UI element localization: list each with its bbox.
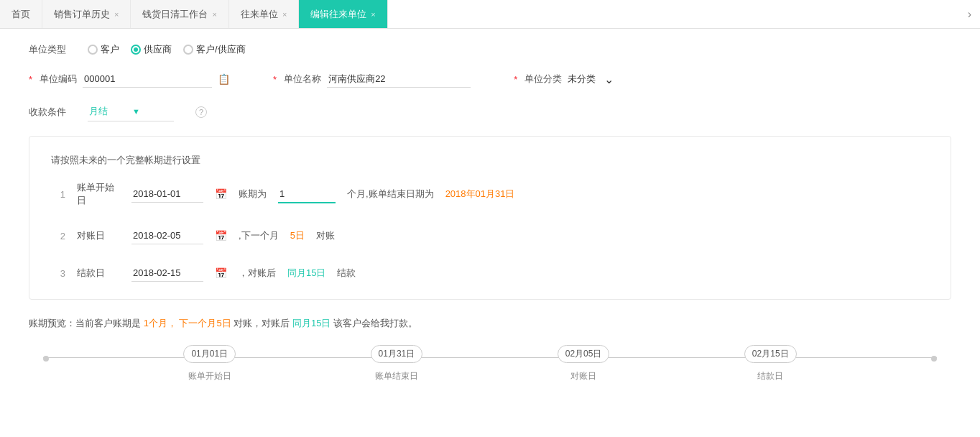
timeline-badge-4: 02月15日	[744, 345, 797, 363]
unit-type-row: 单位类型 客户 供应商 客户/供应商	[29, 43, 951, 56]
timeline-label-2: 账单结束日	[375, 370, 418, 382]
radio-supplier-circle	[131, 45, 141, 55]
unit-name-input[interactable]	[327, 70, 471, 88]
tab-partner-units[interactable]: 往来单位 ×	[229, 0, 299, 28]
unit-category-field: * 单位分类 未分类 ⌄	[514, 73, 614, 86]
tab-edit-partner-close[interactable]: ×	[371, 10, 375, 19]
preview-part3: 对账，对账后	[234, 318, 290, 328]
setting-row-1: 1 账单开始日 📅 账期为 个月,账单结束日期为 2018年01月31日	[51, 181, 929, 207]
payment-terms-value: 月结	[89, 105, 129, 118]
unit-code-field: * 单位编码 📋	[29, 70, 230, 88]
row-2-number: 2	[51, 231, 65, 242]
timeline-end-dot	[931, 356, 937, 362]
unit-type-label: 单位类型	[29, 43, 66, 56]
radio-customer[interactable]: 客户	[88, 43, 119, 56]
tab-sales-history-close[interactable]: ×	[114, 10, 119, 19]
unit-code-star: *	[29, 74, 32, 85]
timeline-badge-1: 01月01日	[183, 345, 236, 363]
row-3-number: 3	[51, 268, 65, 279]
tab-sales-history-label: 销售订单历史	[54, 8, 110, 21]
row-1-period-input[interactable]	[278, 185, 336, 203]
timeline-badge-3: 02月05日	[558, 345, 610, 363]
tab-cash-ledger-label: 钱货日清工作台	[142, 8, 208, 21]
unit-name-star: *	[273, 74, 277, 85]
tab-edit-partner-label: 编辑往来单位	[310, 8, 366, 21]
tab-cash-ledger[interactable]: 钱货日清工作台 ×	[131, 0, 228, 28]
row-2-desc-suffix: 对账	[316, 229, 335, 242]
setting-row-3: 3 结款日 📅 ，对账后 同月15日 结款	[51, 264, 929, 282]
preview-section: 账期预览：当前客户账期是 1个月， 下一个月5日 对账，对账后 同月15日 该客…	[29, 317, 951, 330]
row-3-desc-suffix: 结款	[337, 267, 356, 280]
timeline-start-dot	[43, 356, 49, 362]
timeline-badge-2: 01月31日	[371, 345, 423, 363]
preview-label: 账期预览：当前客户账期是	[29, 318, 141, 328]
row-3-label: 结款日	[77, 267, 120, 280]
preview-part1: 1个月，	[144, 318, 177, 328]
payment-terms-help[interactable]: ?	[195, 106, 207, 118]
unit-type-radio-group: 客户 供应商 客户/供应商	[88, 43, 246, 56]
preview-part5: 该客户会给我打款。	[333, 318, 417, 328]
unit-category-value: 未分类	[568, 73, 596, 86]
preview-part4: 同月15日	[292, 318, 330, 328]
timeline-label-4: 结款日	[757, 370, 783, 382]
unit-code-label: 单位编码	[40, 73, 77, 86]
row-2-highlight: 5日	[290, 229, 305, 242]
radio-customer-supplier-circle	[183, 45, 193, 55]
row-1-desc-before: 账期为	[239, 188, 267, 201]
timeline-label-3: 对账日	[570, 370, 596, 382]
row-3-date-input[interactable]	[131, 264, 203, 282]
row-1-desc-after: 个月,账单结束日期为	[347, 188, 434, 201]
unit-name-field: * 单位名称	[273, 70, 471, 88]
row-2-desc-prefix: ,下一个月	[239, 229, 279, 242]
timeline-point-4: 02月15日 结款日	[744, 347, 797, 382]
row-1-end-date: 2018年01月31日	[445, 188, 515, 201]
unit-info-row: * 单位编码 📋 * 单位名称 * 单位分类 未分类 ⌄	[29, 70, 951, 88]
tab-partner-units-label: 往来单位	[241, 8, 278, 21]
timeline-end-cap	[931, 347, 937, 382]
row-1-date-input[interactable]	[131, 185, 203, 203]
row-2-calendar[interactable]: 📅	[215, 230, 227, 242]
tabs-chevron[interactable]: ›	[959, 8, 980, 21]
timeline-point-2: 01月31日 账单结束日	[371, 347, 423, 382]
unit-category-label: 单位分类	[524, 73, 562, 86]
timeline-point-1: 01月01日 账单开始日	[183, 347, 236, 382]
payment-terms-select[interactable]: 月结 ▼	[88, 102, 174, 121]
setting-row-2: 2 对账日 📅 ,下一个月 5日 对账	[51, 227, 929, 244]
preview-part2: 下一个月5日	[179, 318, 231, 328]
radio-supplier[interactable]: 供应商	[131, 43, 172, 56]
timeline: 01月01日 账单开始日 01月31日 账单结束日 02月05日 对账日 02月…	[29, 347, 951, 382]
tab-home[interactable]: 首页	[0, 0, 42, 28]
radio-customer-supplier[interactable]: 客户/供应商	[183, 43, 246, 56]
unit-code-input[interactable]	[83, 70, 212, 88]
row-3-desc-prefix: ，对账后	[239, 267, 276, 280]
tab-partner-units-close[interactable]: ×	[282, 10, 287, 19]
row-1-label: 账单开始日	[77, 181, 120, 207]
settings-box: 请按照未来的一个完整帐期进行设置 1 账单开始日 📅 账期为 个月,账单结束日期…	[29, 136, 951, 300]
payment-terms-chevron: ▼	[132, 107, 172, 116]
row-1-calendar[interactable]: 📅	[215, 188, 227, 200]
unit-code-icon[interactable]: 📋	[218, 73, 230, 85]
tab-home-label: 首页	[11, 8, 30, 21]
radio-customer-circle	[88, 45, 98, 55]
category-dropdown-arrow: ⌄	[604, 73, 614, 86]
row-3-calendar[interactable]: 📅	[215, 267, 227, 279]
payment-terms-row: 收款条件 月结 ▼ ?	[29, 102, 951, 121]
unit-category-star: *	[514, 74, 517, 85]
row-2-date-input[interactable]	[131, 227, 203, 244]
tabs-bar: 首页 销售订单历史 × 钱货日清工作台 × 往来单位 × 编辑往来单位 × ›	[0, 0, 980, 29]
tab-edit-partner[interactable]: 编辑往来单位 ×	[299, 0, 387, 28]
timeline-points: 01月01日 账单开始日 01月31日 账单结束日 02月05日 对账日 02月…	[43, 347, 937, 382]
unit-category-select[interactable]: 未分类 ⌄	[568, 73, 614, 86]
row-2-label: 对账日	[77, 229, 120, 242]
radio-customer-label: 客户	[101, 43, 119, 56]
tab-cash-ledger-close[interactable]: ×	[212, 10, 216, 19]
row-3-highlight: 同月15日	[287, 267, 325, 280]
tab-sales-history[interactable]: 销售订单历史 ×	[42, 0, 131, 28]
timeline-point-3: 02月05日 对账日	[558, 347, 610, 382]
settings-title: 请按照未来的一个完整帐期进行设置	[51, 154, 929, 167]
timeline-start-cap	[43, 347, 49, 382]
payment-terms-label: 收款条件	[29, 106, 66, 119]
unit-name-label: 单位名称	[284, 73, 321, 86]
radio-customer-supplier-label: 客户/供应商	[196, 43, 246, 56]
row-1-number: 1	[51, 189, 65, 200]
